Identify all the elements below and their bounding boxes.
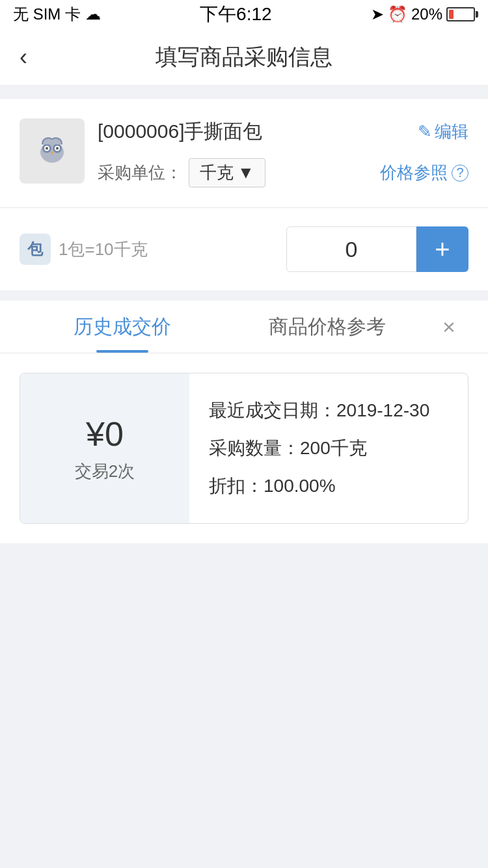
product-info: [0000006]手撕面包 ✎ 编辑 采购单位： 千克 ▼ 价格参照 ?	[98, 118, 468, 187]
card-area: ¥0 交易2次 最近成交日期：2019-12-30 采购数量：200千克 折扣：…	[0, 353, 488, 543]
purchase-qty-row: 采购数量：200千克	[209, 435, 448, 462]
section-divider	[0, 290, 488, 301]
qty-right: 0 +	[286, 226, 468, 272]
card-price: ¥0	[86, 414, 124, 454]
nav-bar: ‹ 填写商品采购信息	[0, 29, 488, 86]
quantity-section: 包 1包=10千克 0 +	[0, 208, 488, 290]
status-left: 无 SIM 卡 ☁	[13, 4, 101, 25]
unit-label: 采购单位：	[98, 161, 182, 184]
package-icon: 包	[20, 234, 51, 265]
battery-fill	[449, 10, 454, 19]
price-card: ¥0 交易2次 最近成交日期：2019-12-30 采购数量：200千克 折扣：…	[20, 373, 468, 524]
status-time: 下午6:12	[200, 2, 272, 27]
edit-icon: ✎	[418, 122, 432, 142]
back-button[interactable]: ‹	[20, 44, 59, 71]
product-section: [0000006]手撕面包 ✎ 编辑 采购单位： 千克 ▼ 价格参照 ?	[0, 99, 488, 207]
package-ratio-label: 1包=10千克	[59, 238, 148, 261]
product-name-row: [0000006]手撕面包 ✎ 编辑	[98, 118, 468, 145]
status-right: ➤ ⏰ 20%	[371, 5, 475, 23]
product-logo-icon	[33, 131, 72, 170]
battery-percent: 20%	[411, 5, 442, 23]
unit-value: 千克	[200, 161, 234, 184]
purchase-qty-label: 采购数量：	[209, 438, 300, 458]
card-trade-count: 交易2次	[75, 460, 135, 483]
card-left: ¥0 交易2次	[20, 373, 189, 523]
edit-label: 编辑	[435, 120, 468, 143]
price-reference-button[interactable]: 价格参照 ?	[380, 161, 468, 184]
price-ref-question-icon: ?	[452, 165, 468, 182]
price-ref-label: 价格参照	[380, 161, 448, 184]
unit-row: 采购单位： 千克 ▼ 价格参照 ?	[98, 158, 468, 187]
svg-point-5	[46, 147, 48, 150]
quantity-input[interactable]: 0	[286, 226, 416, 272]
recent-date-label: 最近成交日期：	[209, 400, 336, 420]
svg-point-6	[56, 147, 59, 150]
qty-left: 包 1包=10千克	[20, 234, 148, 265]
tab-history-price-label: 历史成交价	[74, 314, 171, 340]
location-icon: ➤	[371, 5, 384, 23]
alarm-icon: ⏰	[388, 5, 407, 23]
unit-select[interactable]: 千克 ▼	[189, 158, 265, 187]
page-title: 填写商品采购信息	[59, 42, 429, 72]
product-header: [0000006]手撕面包 ✎ 编辑 采购单位： 千克 ▼ 价格参照 ?	[20, 118, 468, 187]
tab-product-price-ref[interactable]: 商品价格参考	[224, 301, 429, 353]
tabs-header: 历史成交价 商品价格参考 ×	[0, 301, 488, 353]
tab-active-indicator	[96, 350, 148, 353]
unit-arrow-icon: ▼	[237, 163, 254, 183]
tab-history-price[interactable]: 历史成交价	[20, 301, 224, 353]
discount-label: 折扣：	[209, 476, 264, 496]
recent-date-row: 最近成交日期：2019-12-30	[209, 397, 448, 424]
quantity-plus-button[interactable]: +	[416, 226, 468, 272]
status-bar: 无 SIM 卡 ☁ 下午6:12 ➤ ⏰ 20%	[0, 0, 488, 29]
close-button[interactable]: ×	[429, 301, 468, 353]
discount-value: 100.00%	[264, 476, 336, 496]
recent-date-value: 2019-12-30	[336, 400, 429, 420]
no-sim-label: 无 SIM 卡 ☁	[13, 4, 101, 25]
product-name: [0000006]手撕面包	[98, 118, 262, 145]
product-image	[20, 118, 85, 183]
tabs-section: 历史成交价 商品价格参考 × ¥0 交易2次 最近成交日期：2019-12-30…	[0, 301, 488, 543]
discount-row: 折扣：100.00%	[209, 472, 448, 500]
edit-button[interactable]: ✎ 编辑	[418, 120, 468, 143]
card-right: 最近成交日期：2019-12-30 采购数量：200千克 折扣：100.00%	[189, 373, 468, 523]
purchase-qty-value: 200千克	[300, 438, 367, 458]
tab-product-price-ref-label: 商品价格参考	[269, 314, 386, 340]
battery-icon	[446, 7, 475, 21]
